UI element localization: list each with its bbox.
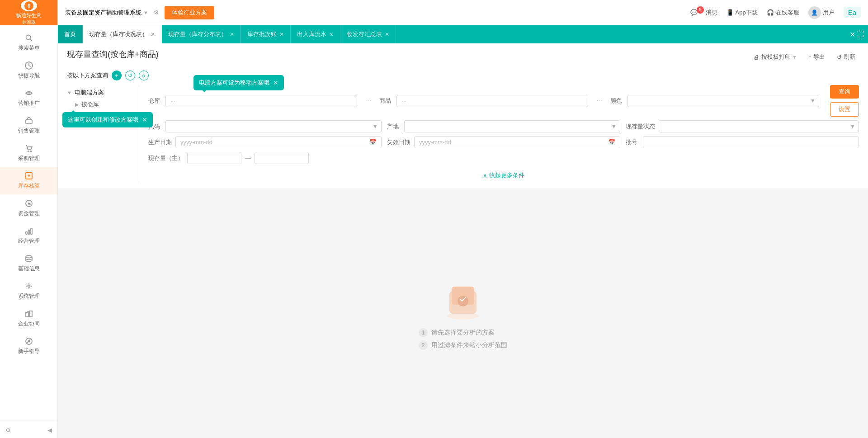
svg-rect-14: [28, 230, 29, 234]
origin-select[interactable]: [404, 120, 620, 132]
tab-close-icon[interactable]: ✕: [230, 31, 234, 38]
goods-input[interactable]: ···: [396, 95, 588, 107]
sidebar-item-system[interactable]: 系统管理: [0, 277, 57, 305]
sidebar-item-enterprise[interactable]: 企业协同: [0, 305, 57, 332]
sidebar-item-label: 采购管理: [18, 155, 40, 162]
sidebar-item-basic[interactable]: 基础信息: [0, 250, 57, 277]
tooltip-close-btn2[interactable]: ✕: [142, 116, 147, 123]
size-select[interactable]: [165, 120, 382, 132]
filter-row-3: 生产日期 yyyy-mm-dd 📅 失效日期 yyyy-mm-dd 📅: [148, 136, 859, 148]
tab-in-out-flow[interactable]: 出入库流水 ✕: [291, 25, 340, 43]
step1-text: 请先选择要分析的方案: [431, 329, 495, 337]
production-date-label: 生产日期: [148, 138, 172, 146]
sidebar-item-label: 新手引导: [18, 348, 40, 355]
svg-rect-13: [26, 232, 27, 234]
tooltip-close-btn[interactable]: ✕: [273, 79, 278, 86]
collapse-icon[interactable]: ◀: [47, 427, 52, 433]
tooltip-create-plan: 这里可以创建和修改方案哦 ✕: [62, 112, 153, 127]
reset-btn[interactable]: 设置: [830, 102, 859, 117]
print-icon: 🖨: [754, 54, 760, 61]
tab-maximize-icon[interactable]: ⛶: [857, 30, 864, 38]
refresh-label: 刷新: [844, 53, 855, 61]
sidebar-item-label: 销售管理: [18, 127, 40, 135]
plan-item-warehouse[interactable]: ▶ 按仓库: [75, 99, 130, 110]
sidebar-item-sales[interactable]: 销售管理: [0, 112, 57, 139]
system-title-select[interactable]: 装备及固定资产辅助管理系统 ▼: [65, 9, 148, 17]
expiry-date-input[interactable]: yyyy-mm-dd 📅: [414, 136, 620, 148]
content-area: 现存量查询(按仓库+商品) 🖨 按模板打印 ▼ ↑ 导出 ↺ 刷新: [58, 43, 868, 438]
print-btn[interactable]: 🖨 按模板打印 ▼: [750, 51, 801, 63]
tab-bar: 首页 现存量（库存状况表） ✕ 现存量（库存分布表） ✕ 库存批次账 ✕ 出入库…: [58, 25, 868, 43]
empty-step2: 2 用过滤条件来缩小分析范围: [419, 341, 507, 350]
logo-icon: 6: [21, 0, 37, 11]
filter-row-2: 尺码 ▼ 产地: [148, 120, 859, 132]
warehouse-more-btn[interactable]: ···: [363, 97, 374, 105]
add-plan-btn[interactable]: +: [112, 71, 122, 80]
app-download-btn[interactable]: 📱 App下载: [726, 9, 758, 17]
svg-rect-18: [26, 313, 28, 317]
production-date-input[interactable]: yyyy-mm-dd 📅: [175, 136, 382, 148]
sidebar-item-marketing[interactable]: 营销推广: [0, 84, 57, 112]
field-color: 颜色 ▼: [610, 95, 819, 107]
field-stock-status: 现存量状态 ▼: [626, 120, 859, 132]
warehouse-label: 仓库: [148, 97, 162, 105]
back-btn[interactable]: «: [139, 71, 149, 80]
stock-main-to[interactable]: [255, 152, 309, 164]
plan-item-label: 按仓库: [81, 100, 99, 108]
refresh-icon: ↺: [837, 54, 842, 61]
warehouse-input[interactable]: ···: [165, 95, 357, 107]
batch-no-input[interactable]: [643, 136, 859, 148]
sidebar-item-operations[interactable]: 经营管理: [0, 222, 57, 250]
tab-end-buttons: ✕ ⛶: [849, 30, 868, 39]
sidebar-item-inventory[interactable]: 库存核算: [0, 167, 57, 194]
logo[interactable]: 6 畅通好生意 标准版: [0, 0, 57, 25]
collapse-btn[interactable]: ∧ 收起更多条件: [148, 168, 859, 183]
tab-receive-summary[interactable]: 收发存汇总表 ✕: [340, 25, 396, 43]
sidebar: 6 畅通好生意 标准版 搜索菜单 快捷导航 营销推广 销售管理 采购管理: [0, 0, 58, 438]
empty-step1: 1 请先选择要分析的方案: [419, 328, 507, 337]
sidebar-nav: 搜索菜单 快捷导航 营销推广 销售管理 采购管理 库存核算 资金: [0, 25, 57, 422]
headset-icon: 🎧: [767, 9, 774, 16]
page-header: 现存量查询(按仓库+商品) 🖨 按模板打印 ▼ ↑ 导出 ↺ 刷新: [58, 43, 868, 65]
tab-close-icon[interactable]: ✕: [385, 31, 389, 38]
sidebar-item-purchase[interactable]: 采购管理: [0, 139, 57, 167]
sidebar-item-label: 搜索菜单: [18, 44, 40, 52]
refresh-btn[interactable]: ↺ 刷新: [833, 51, 859, 63]
tab-close-all-icon[interactable]: ✕: [849, 30, 855, 39]
tab-inventory-dist[interactable]: 现存量（库存分布表） ✕: [162, 25, 241, 43]
filter-action-buttons: 查询 设置: [830, 85, 859, 117]
tab-close-icon[interactable]: ✕: [329, 31, 334, 38]
tab-inventory-status[interactable]: 现存量（库存状况表） ✕: [83, 25, 162, 43]
stock-status-select[interactable]: [659, 120, 859, 132]
stock-main-from[interactable]: [187, 152, 241, 164]
sidebar-item-search-menu[interactable]: 搜索菜单: [0, 29, 57, 57]
export-label: 导出: [813, 53, 825, 61]
collapse-label: 收起更多条件: [489, 171, 524, 179]
svg-text:6: 6: [27, 3, 30, 9]
sidebar-item-quick-nav[interactable]: 快捷导航: [0, 57, 57, 84]
tab-batch-account[interactable]: 库存批次账 ✕: [241, 25, 291, 43]
reload-plan-btn[interactable]: ↺: [125, 71, 135, 80]
support-btn[interactable]: 🎧 在线客服: [767, 9, 799, 17]
sidebar-item-finance[interactable]: 资金管理: [0, 194, 57, 222]
settings-icon[interactable]: ⚙: [154, 9, 159, 16]
settings-icon[interactable]: ⚙: [5, 427, 11, 433]
tab-close-icon[interactable]: ✕: [279, 31, 284, 38]
print-dropdown-icon: ▼: [793, 55, 797, 60]
color-select[interactable]: [627, 95, 819, 107]
size-select-wrapper: ▼: [165, 120, 382, 132]
sidebar-item-guide[interactable]: 新手引导: [0, 332, 57, 360]
search-btn[interactable]: 查询: [830, 85, 859, 99]
user-btn[interactable]: 👤 用户: [808, 6, 835, 19]
industry-btn[interactable]: 体验行业方案: [165, 6, 214, 19]
field-origin: 产地 ▼: [387, 120, 620, 132]
tab-close-icon[interactable]: ✕: [151, 31, 155, 38]
plan-label: 电脑端方案: [75, 89, 104, 97]
plan-tree-item-desktop[interactable]: ▼ 电脑端方案: [67, 87, 130, 99]
export-btn[interactable]: ↑ 导出: [805, 51, 829, 63]
goods-label: 商品: [379, 97, 393, 105]
messages-btn[interactable]: 💬 6 消息: [690, 9, 717, 17]
tab-home[interactable]: 首页: [58, 25, 83, 43]
dropdown-icon: ▼: [143, 10, 148, 15]
goods-more-btn[interactable]: ···: [594, 97, 605, 105]
